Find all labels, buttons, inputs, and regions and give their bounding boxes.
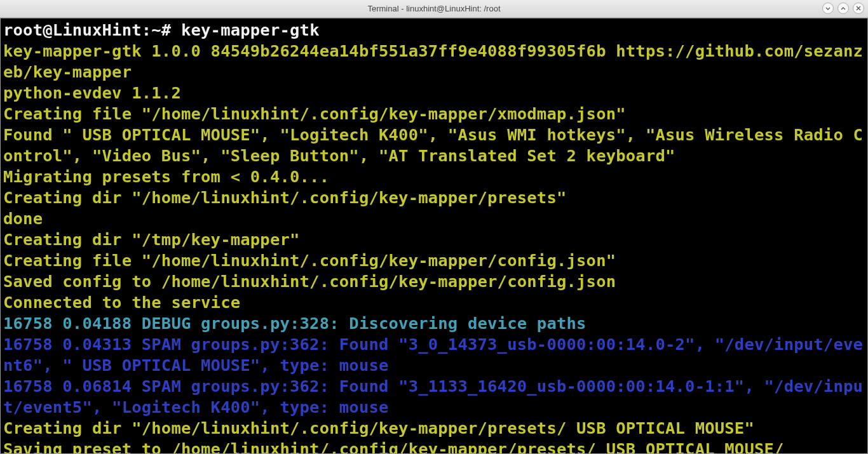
command-text: key-mapper-gtk — [181, 20, 320, 39]
output-line: Creating dir "/tmp/key-mapper" — [3, 230, 300, 249]
spam-line: 16758 0.06814 SPAM groups.py:362: Found … — [3, 377, 863, 417]
output-line: Creating dir "/home/linuxhint/.config/ke… — [3, 418, 754, 437]
terminal-window: Terminal - linuxhint@LinuxHint: /root ro… — [0, 0, 868, 454]
minimize-button[interactable] — [822, 3, 834, 14]
output-line: done — [3, 209, 43, 228]
window-controls — [822, 3, 864, 14]
maximize-button[interactable] — [837, 3, 849, 14]
output-line: Saved config to /home/linuxhint/.config/… — [3, 272, 616, 291]
terminal-viewport[interactable]: root@LinuxHint:~# key-mapper-gtk key-map… — [0, 18, 868, 454]
spam-line: 16758 0.04313 SPAM groups.py:362: Found … — [3, 335, 863, 375]
window-title: Terminal - linuxhint@LinuxHint: /root — [367, 4, 500, 13]
output-line: key-mapper-gtk 1.0.0 84549b26244ea14bf55… — [3, 41, 863, 81]
output-line: Creating dir "/home/linuxhint/.config/ke… — [3, 188, 566, 207]
titlebar[interactable]: Terminal - linuxhint@LinuxHint: /root — [0, 0, 868, 18]
output-line: Creating file "/home/linuxhint/.config/k… — [3, 104, 626, 123]
output-line: Found " USB OPTICAL MOUSE", "Logitech K4… — [3, 125, 863, 165]
output-line: Migrating presets from < 0.4.0... — [3, 167, 329, 186]
output-line: Creating file "/home/linuxhint/.config/k… — [3, 251, 616, 270]
close-button[interactable] — [853, 3, 864, 14]
minimize-icon — [825, 5, 831, 11]
output-line: Connected to the service — [3, 293, 240, 312]
prompt-text: root@LinuxHint:~# — [3, 20, 181, 39]
debug-line: 16758 0.04188 DEBUG groups.py:328: Disco… — [3, 314, 587, 333]
close-icon — [855, 5, 862, 11]
output-line: Saving preset to /home/linuxhint/.config… — [3, 439, 784, 454]
terminal-output: root@LinuxHint:~# key-mapper-gtk key-map… — [3, 20, 865, 454]
output-line: python-evdev 1.1.2 — [3, 83, 181, 102]
maximize-icon — [840, 5, 846, 11]
